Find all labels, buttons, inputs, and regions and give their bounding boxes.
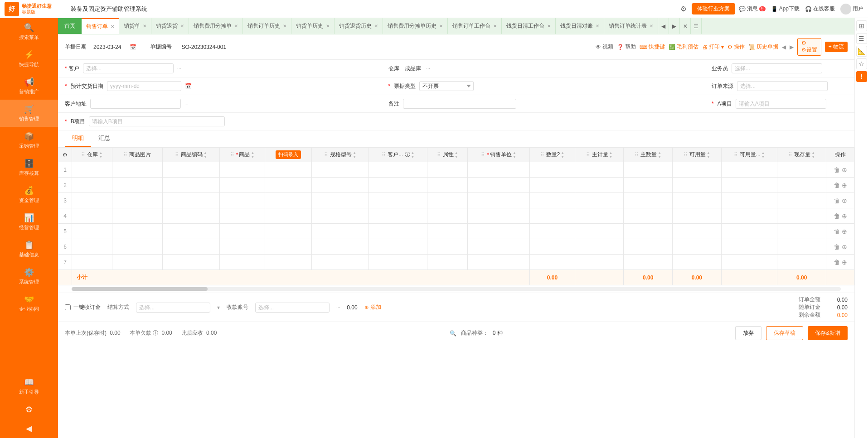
add-row-btn[interactable]: ⊕ 添加: [364, 303, 381, 311]
rp-star-btn[interactable]: ☆: [856, 58, 867, 69]
row-delete-btn[interactable]: 🗑: [834, 166, 840, 173]
scrollbar-track[interactable]: [72, 287, 841, 291]
view-link[interactable]: 👁 视频: [596, 43, 613, 51]
online-service-btn[interactable]: 🎧 在线客服: [805, 5, 835, 13]
tab-sales-return-history[interactable]: 销货退货历史 ✕: [335, 18, 383, 34]
row-delete-btn[interactable]: 🗑: [834, 259, 840, 266]
tab-sales-invoice-history[interactable]: 销货单历史 ✕: [291, 18, 335, 34]
row-copy-btn[interactable]: ⊕: [842, 259, 847, 266]
account-dots[interactable]: ···: [336, 305, 340, 310]
scan-btn[interactable]: 扫码录入: [276, 150, 301, 159]
shortcut-link[interactable]: ⌨ 快捷键: [640, 43, 665, 51]
tab-close-all-btn[interactable]: ✕: [680, 18, 691, 34]
operate-btn[interactable]: ⚙ 操作: [727, 43, 745, 51]
rp-alert-btn[interactable]: !: [856, 71, 867, 82]
row-copy-btn[interactable]: ⊕: [842, 212, 847, 220]
customer-input[interactable]: [83, 63, 174, 73]
row-delete-btn[interactable]: 🗑: [834, 243, 840, 250]
row-delete-btn[interactable]: 🗑: [834, 228, 840, 235]
help-link[interactable]: ❓ 帮助: [617, 43, 636, 51]
profit-link[interactable]: 💹 毛利预估: [669, 43, 698, 51]
warehouse-dots[interactable]: ···: [427, 66, 430, 71]
sidebar-item-sales[interactable]: 🛒 销售管理: [0, 100, 58, 127]
tab-close-sales-order-history[interactable]: ✕: [283, 24, 286, 29]
tab-close-cash-reconcile[interactable]: ✕: [596, 24, 599, 29]
row-copy-btn[interactable]: ⊕: [842, 243, 847, 250]
tab-next-btn[interactable]: ▶: [669, 18, 680, 34]
sidebar-item-system[interactable]: ⚙️ 系统管理: [0, 263, 58, 290]
tab-sales-expense[interactable]: 销售费用分摊单 ✕: [189, 18, 243, 34]
salesperson-input[interactable]: [732, 63, 822, 73]
rp-grid-btn[interactable]: ⊞: [856, 20, 867, 31]
sidebar-item-quicknav[interactable]: ⚡ 快捷导航: [0, 45, 58, 72]
user-btn[interactable]: 用户: [840, 4, 863, 14]
sidebar-item-purchase[interactable]: 📦 采购管理: [0, 127, 58, 154]
tab-close-expense-history[interactable]: ✕: [439, 24, 443, 29]
rp-list-btn[interactable]: ☰: [856, 33, 867, 44]
tab-close-sales-invoice-history[interactable]: ✕: [326, 24, 330, 29]
sidebar-item-basic-info[interactable]: 📋 基础信息: [0, 236, 58, 263]
tab-close-sales-return-history[interactable]: ✕: [374, 24, 378, 29]
save-new-btn[interactable]: 保存&新增: [808, 326, 848, 340]
tab-summary[interactable]: 汇总: [91, 130, 117, 147]
print-btn[interactable]: 🖨 打印 ▾: [702, 43, 724, 51]
discard-btn[interactable]: 放弃: [735, 326, 761, 340]
notification-btn[interactable]: 💬 消息 9: [739, 5, 766, 13]
add-logistics-btn[interactable]: + 物流: [825, 42, 848, 52]
sidebar-item-finance[interactable]: 💰 资金管理: [0, 181, 58, 208]
b-project-input[interactable]: [89, 116, 225, 126]
row-delete-btn[interactable]: 🗑: [834, 212, 840, 220]
tab-expense-history[interactable]: 销售费用分摊单历史 ✕: [383, 18, 448, 34]
row-copy-btn[interactable]: ⊕: [842, 166, 847, 173]
tab-home[interactable]: 首页: [58, 18, 82, 34]
order-source-input[interactable]: [737, 81, 828, 91]
tab-sales-stats[interactable]: 销售订单统计表 ✕: [604, 18, 658, 34]
address-dots[interactable]: ···: [184, 101, 188, 106]
nav-next[interactable]: ▶: [790, 44, 794, 50]
auto-confirm-checkbox[interactable]: [65, 304, 71, 310]
tab-sales-return[interactable]: 销货退货 ✕: [151, 18, 189, 34]
tab-cash-workbench[interactable]: 钱货日清工作台 ✕: [502, 18, 556, 34]
sidebar-item-collapse[interactable]: ◀: [0, 419, 58, 438]
tab-sales-order-history[interactable]: 销售订单历史 ✕: [243, 18, 291, 34]
save-draft-btn[interactable]: 保存草稿: [766, 326, 803, 340]
tab-sales-order[interactable]: 销售订单 ✕: [82, 18, 119, 34]
tab-close-sales-invoice[interactable]: ✕: [143, 24, 146, 29]
row-copy-btn[interactable]: ⊕: [842, 197, 847, 204]
tab-close-order-workbench[interactable]: ✕: [493, 24, 497, 29]
tab-detail[interactable]: 明细: [65, 130, 91, 147]
history-link[interactable]: 📜 历史单据: [748, 43, 778, 51]
gear-button[interactable]: ⚙: [678, 4, 689, 14]
tab-close-sales-stats[interactable]: ✕: [650, 24, 653, 29]
customer-dots[interactable]: ···: [177, 66, 181, 71]
industry-btn[interactable]: 体验行业方案: [692, 3, 735, 14]
notes-input[interactable]: [403, 99, 516, 109]
th-settings[interactable]: ⚙: [58, 148, 72, 162]
address-input[interactable]: [90, 99, 181, 109]
sidebar-item-marketing[interactable]: 📢 营销推广: [0, 72, 58, 100]
rp-ruler-btn[interactable]: 📐: [856, 46, 867, 57]
sidebar-item-cooperation[interactable]: 🤝 企业协同: [0, 290, 58, 317]
tab-sales-invoice[interactable]: 销货单 ✕: [119, 18, 151, 34]
payment-method-input[interactable]: [136, 303, 210, 313]
sidebar-item-inventory[interactable]: 🗄️ 库存核算: [0, 154, 58, 181]
sidebar-item-operations[interactable]: 📊 经营管理: [0, 208, 58, 236]
row-delete-btn[interactable]: 🗑: [834, 182, 840, 189]
tab-close-sales-expense[interactable]: ✕: [234, 24, 238, 29]
delivery-input[interactable]: [107, 81, 181, 91]
nav-prev[interactable]: ◀: [782, 44, 786, 50]
tab-menu-btn[interactable]: ☰: [691, 18, 702, 34]
setting-btn[interactable]: ⚙ ⚙设置: [797, 38, 821, 56]
tab-prev-btn[interactable]: ◀: [658, 18, 669, 34]
tab-close-cash-workbench[interactable]: ✕: [547, 24, 551, 29]
account-input[interactable]: [255, 303, 330, 313]
row-copy-btn[interactable]: ⊕: [842, 228, 847, 235]
invoice-select[interactable]: 不开票 增值税专用发票 增值税普通发票: [419, 81, 474, 91]
sidebar-item-settings-bottom[interactable]: ⚙: [0, 400, 58, 419]
tab-order-workbench[interactable]: 销售订单工作台 ✕: [448, 18, 502, 34]
tab-close-sales-order[interactable]: ✕: [111, 24, 114, 29]
sidebar-item-guide[interactable]: 📖 新手引导: [0, 373, 58, 400]
tab-close-sales-return[interactable]: ✕: [180, 24, 184, 29]
sidebar-item-search[interactable]: 🔍 搜索菜单: [0, 18, 58, 45]
a-project-input[interactable]: [736, 99, 826, 109]
